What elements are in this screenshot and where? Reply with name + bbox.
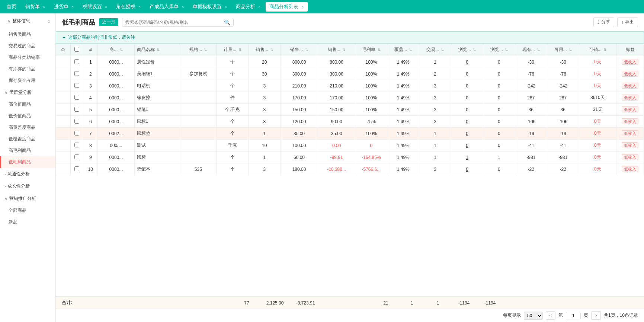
page-size-select[interactable]: 50 100 200 [524,312,543,320]
prev-page-btn[interactable]: ＜ [546,311,555,320]
sidebar-item-low-value[interactable]: 低价值商品 [0,110,55,122]
sidebar-group-circulation[interactable]: › 流通性分析 [0,168,55,180]
row-checkbox[interactable] [74,95,79,100]
row-checkbox[interactable] [74,131,79,136]
sidebar-item-high-margin[interactable]: 高毛利商品 [0,145,55,156]
cell-browse1[interactable]: 0 [451,92,483,104]
nav-role[interactable]: 角色授权 × [112,2,144,12]
cell-browse1[interactable]: 0 [451,56,483,68]
sidebar-item-capital[interactable]: 库存资金占用 [0,75,55,86]
col-header-browse1[interactable]: 浏览... ⇅ [451,44,483,56]
cell-check[interactable] [70,56,83,68]
sidebar-item-high-coverage[interactable]: 高覆盖度商品 [0,122,55,133]
col-header-available[interactable]: 可用... ⇅ [547,44,579,56]
col-header-margin[interactable]: 毛利率 ⇅ [355,44,387,56]
col-header-sales-profit[interactable]: 销售... ⇅ [318,44,355,56]
nav-product-entry[interactable]: 产成品入库单 × [146,2,188,12]
col-header-settings[interactable]: ⚙ [56,44,70,56]
browse1-link[interactable]: 0 [466,107,468,112]
cell-browse1[interactable]: 0 [451,68,483,80]
cell-check[interactable] [70,104,83,116]
col-header-unit[interactable]: 计量... ⇅ [217,44,249,56]
cell-check[interactable] [70,92,83,104]
browse1-link[interactable]: 0 [466,119,468,124]
nav-template-close[interactable]: × [225,4,227,9]
next-page-btn[interactable]: ＞ [591,311,601,320]
col-header-current-stock[interactable]: 现有... ⇅ [515,44,547,56]
nav-sales[interactable]: 销货单 × [22,2,49,12]
nav-permission-close[interactable]: × [105,4,107,9]
sidebar-item-high-value[interactable]: 高价值商品 [0,99,55,110]
col-header-sales-price[interactable]: 销售... ⇅ [281,44,318,56]
nav-analysis-list-close[interactable]: × [301,4,304,9]
sidebar-item-low-coverage[interactable]: 低覆盖度商品 [0,133,55,145]
table-container[interactable]: ⚙ # 商... ⇅ 商品名称 ⇅ 规格... ⇅ 计量... ⇅ 销售... … [56,44,644,296]
browse1-link[interactable]: 0 [466,83,468,89]
cell-browse1[interactable]: 0 [451,116,483,128]
nav-purchase[interactable]: 进货单 × [50,2,77,12]
cell-check[interactable] [70,163,83,175]
col-header-sellable[interactable]: 可销... ⇅ [579,44,616,56]
row-checkbox[interactable] [74,119,79,124]
row-checkbox[interactable] [74,166,79,171]
cell-check[interactable] [70,128,83,140]
nav-template[interactable]: 单据模板设置 × [189,2,231,12]
export-button[interactable]: ↑ 导出 [617,17,638,27]
page-number-input[interactable] [566,312,581,319]
browse1-link[interactable]: 0 [466,95,468,101]
cell-browse1[interactable]: 0 [451,163,483,175]
sidebar-item-in-stock[interactable]: 有库存的商品 [0,63,55,75]
col-header-sales-qty[interactable]: 销售... ⇅ [249,44,281,56]
cell-browse1[interactable]: 0 [451,104,483,116]
nav-role-close[interactable]: × [138,4,141,9]
nav-sales-close[interactable]: × [43,4,45,9]
row-checkbox[interactable] [74,143,79,147]
filter-tag-recent-month[interactable]: 近一月 [99,18,118,26]
col-header-code[interactable]: 商... ⇅ [98,44,134,56]
cell-check[interactable] [70,152,83,163]
nav-analysis-close[interactable]: × [258,4,260,9]
row-checkbox[interactable] [74,154,79,159]
browse1-link[interactable]: 0 [466,71,468,77]
cell-browse1[interactable]: 1 [451,152,483,163]
col-header-coverage[interactable]: 覆盖... ⇅ [387,44,419,56]
sidebar-group-cluster[interactable]: ∨ 类群堂分析 [0,86,55,99]
sidebar-item-traded[interactable]: 交易过的商品 [0,40,55,52]
col-header-trade[interactable]: 交易... ⇅ [419,44,451,56]
nav-analysis-list[interactable]: 商品分析列表 × [266,2,307,12]
browse1-link[interactable]: 0 [466,143,468,148]
browse1-link[interactable]: 0 [466,131,468,136]
col-header-check[interactable] [70,44,83,56]
row-checkbox[interactable] [74,59,79,64]
browse1-link[interactable]: 1 [466,155,468,160]
sidebar-item-all-products[interactable]: 全部商品 [0,205,55,216]
col-header-spec[interactable]: 规格... ⇅ [180,44,217,56]
row-checkbox[interactable] [74,107,79,112]
nav-home[interactable]: 首页 [3,2,20,12]
sidebar-group-overall[interactable]: ∨ 整体信息 [3,15,35,27]
nav-purchase-close[interactable]: × [71,4,74,9]
sidebar-item-category-sales[interactable]: 商品分类助销率 [0,52,55,63]
browse1-link[interactable]: 0 [466,60,468,65]
sidebar-item-low-margin[interactable]: 低毛利商品 [0,156,55,168]
row-checkbox[interactable] [74,71,79,76]
col-header-browse2[interactable]: 浏览... ⇅ [483,44,515,56]
sidebar-collapse-btn[interactable]: « [45,16,52,26]
sidebar-group-marketing[interactable]: ∨ 营销推广分析 [0,192,55,205]
nav-permission[interactable]: 权限设置 × [79,2,111,12]
nav-analysis[interactable]: 商品分析 × [232,2,264,12]
search-input[interactable] [125,20,224,25]
browse1-link[interactable]: 0 [466,167,468,172]
cell-check[interactable] [70,80,83,92]
cell-check[interactable] [70,116,83,128]
row-checkbox[interactable] [74,83,79,88]
cell-check[interactable] [70,68,83,80]
select-all-checkbox[interactable] [74,47,79,52]
cell-browse1[interactable]: 0 [451,80,483,92]
sidebar-group-growth[interactable]: › 成长性分析 [0,180,55,192]
share-button[interactable]: ⤴ 分享 [593,17,614,27]
sidebar-item-new-products[interactable]: 新品 [0,216,55,228]
sidebar-item-sales-products[interactable]: 销售类商品 [0,29,55,40]
cell-check[interactable] [70,140,83,152]
cell-browse1[interactable]: 0 [451,128,483,140]
